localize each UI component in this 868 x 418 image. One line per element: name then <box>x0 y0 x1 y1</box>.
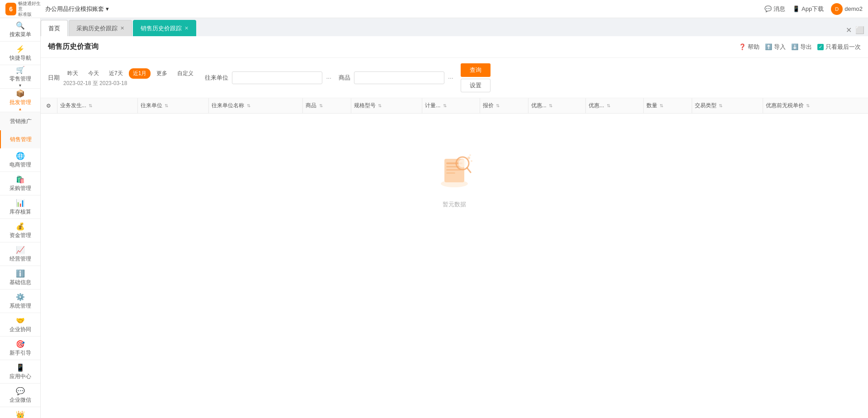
sort-icon: ⇅ <box>165 103 168 108</box>
sidebar-item-newbie[interactable]: 🎯 新手引导 <box>0 337 40 360</box>
goods-filter-group: 商品 ··· <box>339 71 453 84</box>
th-trade-type[interactable]: 交易类型 ⇅ <box>692 98 763 114</box>
table-container: ⚙ 业务发生... ⇅ 往来单位 ⇅ 往来单位名称 ⇅ <box>41 98 868 245</box>
sidebar-item-system[interactable]: ⚙️ 系统管理 <box>0 290 40 313</box>
dropdown-arrow-icon: ▾ <box>106 5 109 12</box>
chevron-down-icon: ▾ <box>19 83 21 88</box>
date-label: 日期 <box>48 74 60 82</box>
data-table: ⚙ 业务发生... ⇅ 往来单位 ⇅ 往来单位名称 ⇅ <box>41 98 868 114</box>
svg-point-10 <box>471 160 472 162</box>
tab-close-sales[interactable]: ✕ <box>184 25 189 31</box>
cooperation-icon: 🤝 <box>16 316 25 325</box>
th-partner-code[interactable]: 往来单位 ⇅ <box>138 98 209 114</box>
th-quote[interactable]: 报价 ⇅ <box>480 98 528 114</box>
settings-icon: ⚙ <box>46 103 51 109</box>
svg-point-9 <box>467 157 470 159</box>
wechat-icon: 💬 <box>16 387 25 395</box>
sidebar-item-retail[interactable]: 🛒 零售管理 ▾ <box>0 65 40 89</box>
export-icon: ⬇️ <box>791 43 798 50</box>
sidebar-item-search[interactable]: 🔍 搜索菜单 <box>0 18 40 42</box>
message-btn[interactable]: 💬 消息 <box>764 5 785 13</box>
sidebar-item-marketing[interactable]: 营销推广 <box>0 112 40 130</box>
app-download-btn[interactable]: 📱 App下载 <box>793 5 824 13</box>
sidebar: 🔍 搜索菜单 ⚡ 快捷导航 🛒 零售管理 ▾ 📦 批发管理 ▴ 营销推广 销售管… <box>0 18 41 418</box>
import-icon: ⬆️ <box>765 43 772 50</box>
partner-input[interactable] <box>232 71 322 84</box>
sidebar-item-basic[interactable]: ℹ️ 基础信息 <box>0 266 40 290</box>
tab-bar-actions: ✕ ⬜ <box>846 26 868 36</box>
th-partner-name[interactable]: 往来单位名称 ⇅ <box>209 98 303 114</box>
sidebar-item-wholesale[interactable]: 📦 批发管理 ▴ <box>0 89 40 112</box>
content-area: 销售历史价查询 ❓ 帮助 ⬆️ 导入 ⬇️ 导出 ✓ 只看最后一次 <box>41 36 868 418</box>
tab-bar: 首页 采购历史价跟踪 ✕ 销售历史价跟踪 ✕ ✕ ⬜ <box>41 18 868 36</box>
th-unit[interactable]: 计量... ⇅ <box>422 98 480 114</box>
svg-point-7 <box>458 159 467 167</box>
tab-close-purchase[interactable]: ✕ <box>120 25 124 31</box>
sidebar-item-apps[interactable]: 📱 应用中心 <box>0 360 40 384</box>
date-btn-custom[interactable]: 自定义 <box>173 68 198 79</box>
user-avatar[interactable]: D demo2 <box>831 3 863 15</box>
sidebar-item-inventory[interactable]: 📊 库存核算 <box>0 195 40 219</box>
empty-icon <box>432 150 477 195</box>
org-selector[interactable]: 办公用品行业模拟账套 ▾ <box>45 5 109 13</box>
date-btn-7days[interactable]: 近7天 <box>105 68 127 79</box>
date-buttons: 昨天 今天 近7天 近1月 更多 自定义 <box>63 68 198 79</box>
tab-close-all-btn[interactable]: ✕ <box>846 26 852 34</box>
checkbox-icon: ✓ <box>817 44 824 50</box>
tab-sales-history[interactable]: 销售历史价跟踪 ✕ <box>133 20 196 36</box>
main-area: 首页 采购历史价跟踪 ✕ 销售历史价跟踪 ✕ ✕ ⬜ 销售历史价查询 ❓ 帮助 <box>41 18 868 418</box>
date-btn-more[interactable]: 更多 <box>152 68 171 79</box>
import-btn[interactable]: ⬆️ 导入 <box>765 43 786 51</box>
sort-icon: ⇅ <box>549 103 552 108</box>
tab-maximize-btn[interactable]: ⬜ <box>855 26 864 34</box>
ecommerce-icon: 🌐 <box>16 152 25 160</box>
basic-icon: ℹ️ <box>16 269 25 278</box>
th-discount1[interactable]: 优惠... ⇅ <box>528 98 586 114</box>
sidebar-item-finance[interactable]: 💰 资金管理 <box>0 219 40 242</box>
sidebar-item-shortcut[interactable]: ⚡ 快捷导航 <box>0 42 40 65</box>
svg-point-11 <box>469 154 471 156</box>
date-btn-today[interactable]: 今天 <box>84 68 103 79</box>
newbie-icon: 🎯 <box>16 340 25 348</box>
export-btn[interactable]: ⬇️ 导出 <box>791 43 812 51</box>
help-btn[interactable]: ❓ 帮助 <box>739 43 760 51</box>
table-header-row: ⚙ 业务发生... ⇅ 往来单位 ⇅ 往来单位名称 ⇅ <box>41 98 868 114</box>
sort-icon: ⇅ <box>443 103 447 108</box>
th-quantity[interactable]: 数量 ⇅ <box>644 98 692 114</box>
apps-icon: 📱 <box>16 363 25 372</box>
top-bar: 6 畅捷通好生意 标准版 办公用品行业模拟账套 ▾ 💬 消息 📱 App下载 D… <box>0 0 868 18</box>
goods-input[interactable] <box>354 71 444 84</box>
sidebar-item-member[interactable]: 👑 畅会员 <box>0 407 40 418</box>
svg-rect-5 <box>446 172 455 174</box>
tab-home[interactable]: 首页 <box>41 20 68 36</box>
system-icon: ⚙️ <box>16 293 25 301</box>
sidebar-item-sales-mgmt[interactable]: 销售管理 <box>0 130 40 148</box>
th-settings[interactable]: ⚙ <box>41 98 57 114</box>
th-pre-tax-price[interactable]: 优惠前无税单价 ⇅ <box>763 98 868 114</box>
inventory-icon: 📊 <box>16 199 25 207</box>
operations-icon: 📈 <box>16 246 25 254</box>
date-btn-yesterday[interactable]: 昨天 <box>63 68 82 79</box>
settings-button[interactable]: 设置 <box>461 79 491 92</box>
th-biz-date[interactable]: 业务发生... ⇅ <box>57 98 138 114</box>
sidebar-item-ecommerce[interactable]: 🌐 电商管理 <box>0 148 40 172</box>
sidebar-item-operations[interactable]: 📈 经营管理 <box>0 242 40 266</box>
sidebar-item-purchase[interactable]: 🛍️ 采购管理 <box>0 172 40 195</box>
th-goods[interactable]: 商品 ⇅ <box>303 98 351 114</box>
date-btn-1month[interactable]: 近1月 <box>129 68 151 79</box>
query-button[interactable]: 查询 <box>461 63 491 77</box>
th-discount2[interactable]: 优惠... ⇅ <box>586 98 644 114</box>
sidebar-item-wechat[interactable]: 💬 企业微信 <box>0 384 40 407</box>
date-filter-group: 日期 昨天 今天 近7天 近1月 更多 自定义 2023-02-18 至 202… <box>48 68 198 87</box>
wholesale-icon: 📦 <box>16 89 25 98</box>
shortcut-icon: ⚡ <box>16 45 25 53</box>
th-spec[interactable]: 规格型号 ⇅ <box>351 98 422 114</box>
svg-line-8 <box>467 168 471 172</box>
sidebar-item-cooperation[interactable]: 🤝 企业协同 <box>0 313 40 337</box>
goods-ellipsis-btn[interactable]: ··· <box>448 74 453 81</box>
partner-ellipsis-btn[interactable]: ··· <box>326 74 331 81</box>
tab-purchase-history[interactable]: 采购历史价跟踪 ✕ <box>69 20 132 36</box>
logo-icon: 6 <box>5 3 16 15</box>
header-right: 💬 消息 📱 App下载 D demo2 <box>764 3 863 15</box>
only-last-checkbox[interactable]: ✓ 只看最后一次 <box>817 43 861 51</box>
